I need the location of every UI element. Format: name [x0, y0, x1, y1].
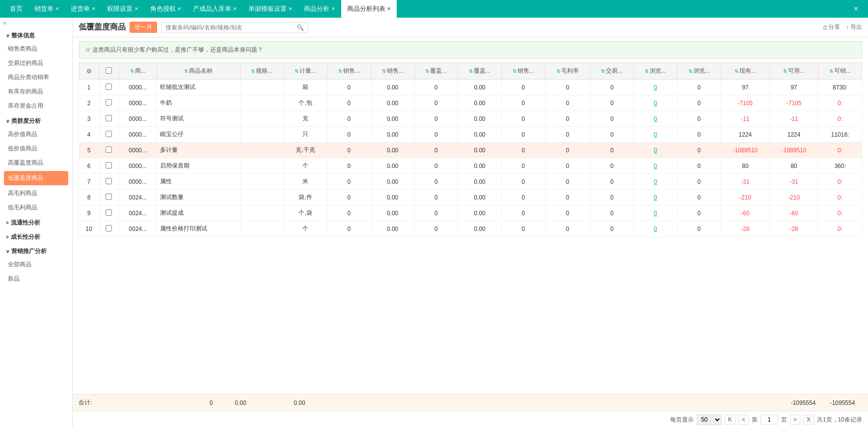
nav-analysis[interactable]: 商品分析 ×: [298, 0, 341, 18]
page-size-select[interactable]: 50 20 100: [697, 414, 722, 425]
sidebar-section-liquidity[interactable]: > 流通性分析: [0, 215, 72, 229]
th-code[interactable]: ⇅商...: [119, 63, 157, 80]
sidebar-section-growth[interactable]: > 成长性分析: [0, 229, 72, 243]
th-margin[interactable]: ⇅毛利率: [545, 63, 590, 80]
next-page-button[interactable]: >: [790, 415, 800, 425]
row-checkbox-3[interactable]: [99, 111, 119, 127]
th-sales-qty[interactable]: ⇅销售...: [327, 63, 371, 80]
search-input[interactable]: [165, 24, 297, 31]
row-name-10: 属性价格打印测试: [157, 221, 240, 237]
row-views1-2[interactable]: 0: [634, 95, 678, 111]
row-sales-amt-4: 0.00: [371, 127, 414, 143]
nav-templates[interactable]: 单据模板设置 ×: [243, 0, 298, 18]
row-trans-4: 0: [590, 127, 634, 143]
nav-purchase[interactable]: 进货单 ×: [65, 0, 101, 18]
row-views1-8[interactable]: 0: [634, 190, 678, 205]
row-checkbox-10[interactable]: [99, 221, 119, 237]
th-unit[interactable]: ⇅计量...: [284, 63, 327, 80]
th-views2[interactable]: ⇅浏览...: [678, 63, 721, 80]
th-coverage2[interactable]: ⇅覆盖...: [458, 63, 502, 80]
row-checkbox-4[interactable]: [99, 127, 119, 143]
sidebar-item-category-rate[interactable]: 商品分类动销率: [0, 70, 72, 85]
th-settings[interactable]: ⚙: [79, 63, 99, 80]
sidebar-item-stock-goods[interactable]: 有库存的商品: [0, 85, 72, 99]
row-avail-stock-4: 1224: [770, 127, 818, 143]
nav-roles[interactable]: 角色授权 ×: [144, 0, 187, 18]
row-code-5: 0000...: [119, 143, 157, 158]
nav-permissions[interactable]: 权限设置 ×: [101, 0, 144, 18]
row-checkbox-5[interactable]: [99, 143, 119, 158]
footer-sales-amt: 0.00: [226, 399, 255, 406]
row-unit-4: 只: [284, 127, 327, 143]
sidebar-item-stock-capital[interactable]: 库存资金占用: [0, 99, 72, 113]
sidebar-item-high-coverage[interactable]: 高覆盖度商品: [0, 156, 72, 170]
th-sales3[interactable]: ⇅销售...: [502, 63, 545, 80]
row-cov1-6: 0: [414, 158, 458, 174]
table-row: 10 0024... 属性价格打印测试 个 0 0.00 0 0.00 0 0 …: [79, 221, 862, 237]
sidebar-section-overall[interactable]: ∨ 整体信息: [0, 28, 72, 42]
th-available-stock[interactable]: ⇅可用...: [770, 63, 818, 80]
content-area: 低覆盖度商品 近一月 🔍 ⎙ 分享 ↑ 导出 ☆ 这类商品只有很少客户购买过，是…: [73, 18, 868, 428]
nav-sales[interactable]: 销货单 ×: [28, 0, 65, 18]
row-checkbox-1[interactable]: [99, 80, 119, 95]
sidebar-item-low-margin[interactable]: 低毛利商品: [0, 200, 72, 215]
sidebar-item-new-goods[interactable]: 新品: [0, 272, 72, 286]
row-views1-6[interactable]: 0: [634, 158, 678, 174]
prev-page-button[interactable]: <: [738, 415, 749, 425]
th-views1[interactable]: ⇅浏览...: [634, 63, 678, 80]
row-views1-1[interactable]: 0: [634, 80, 678, 95]
sidebar-item-sales-goods[interactable]: 销售类商品: [0, 42, 72, 56]
page-number-input[interactable]: [760, 415, 778, 425]
th-coverage1[interactable]: ⇅覆盖...: [414, 63, 458, 80]
sidebar-item-traded-goods[interactable]: 交易过的商品: [0, 56, 72, 70]
sidebar-item-high-margin[interactable]: 高毛利商品: [0, 186, 72, 200]
row-num-5: 5: [79, 143, 99, 158]
row-views1-5[interactable]: 0: [634, 143, 678, 158]
nav-analysis-list[interactable]: 商品分析列表 ×: [341, 0, 397, 18]
row-num-2: 2: [79, 95, 99, 111]
row-name-8: 测试数量: [157, 190, 240, 205]
sidebar-item-all-goods[interactable]: 全部商品: [0, 257, 72, 272]
export-button[interactable]: ↑ 导出: [846, 23, 862, 31]
th-sales-amt[interactable]: ⇅销售...: [371, 63, 414, 80]
search-icon[interactable]: 🔍: [297, 24, 304, 31]
row-views1-7[interactable]: 0: [634, 174, 678, 190]
date-filter-button[interactable]: 近一月: [130, 22, 157, 33]
row-checkbox-8[interactable]: [99, 190, 119, 205]
first-page-button[interactable]: K: [725, 415, 735, 425]
row-margin-6: 0: [545, 158, 590, 174]
th-current-stock[interactable]: ⇅现有...: [721, 63, 769, 80]
th-saleable[interactable]: ⇅可销...: [818, 63, 862, 80]
sidebar-item-high-value[interactable]: 高价值商品: [0, 127, 72, 142]
sidebar-section-cluster[interactable]: ∨ 类群度分析: [0, 113, 72, 127]
footer-coverage2: 0.00: [285, 399, 314, 406]
row-checkbox-9[interactable]: [99, 205, 119, 221]
nav-production[interactable]: 产成品入库单 ×: [187, 0, 243, 18]
last-page-button[interactable]: X: [803, 415, 814, 425]
row-saleable-7: 0:: [818, 174, 862, 190]
nav-home[interactable]: 首页: [4, 0, 28, 18]
row-num-3: 3: [79, 111, 99, 127]
sidebar-item-low-coverage[interactable]: 低覆盖度商品: [4, 171, 68, 185]
row-sales-qty-2: 0: [327, 95, 371, 111]
row-views1-4[interactable]: 0: [634, 127, 678, 143]
sidebar-section-marketing[interactable]: ∨ 营销推广分析: [0, 243, 72, 257]
th-name[interactable]: ⇅商品名称: [157, 63, 240, 80]
window-close-button[interactable]: ×: [848, 4, 864, 13]
row-views1-3[interactable]: 0: [634, 111, 678, 127]
select-all-checkbox[interactable]: [106, 67, 112, 74]
sidebar-collapse-button[interactable]: «: [0, 18, 72, 28]
row-checkbox-6[interactable]: [99, 158, 119, 174]
share-button[interactable]: ⎙ 分享: [823, 23, 840, 31]
row-checkbox-7[interactable]: [99, 174, 119, 190]
row-spec-9: [240, 205, 284, 221]
row-sales-qty-7: 0: [327, 174, 371, 190]
row-views1-9[interactable]: 0: [634, 205, 678, 221]
th-trans[interactable]: ⇅交易...: [590, 63, 634, 80]
row-views1-10[interactable]: 0: [634, 221, 678, 237]
row-cov1-9: 0: [414, 205, 458, 221]
th-spec[interactable]: ⇅规格...: [240, 63, 284, 80]
th-checkbox[interactable]: [99, 63, 119, 80]
sidebar-item-low-value[interactable]: 低价值商品: [0, 142, 72, 156]
row-checkbox-2[interactable]: [99, 95, 119, 111]
